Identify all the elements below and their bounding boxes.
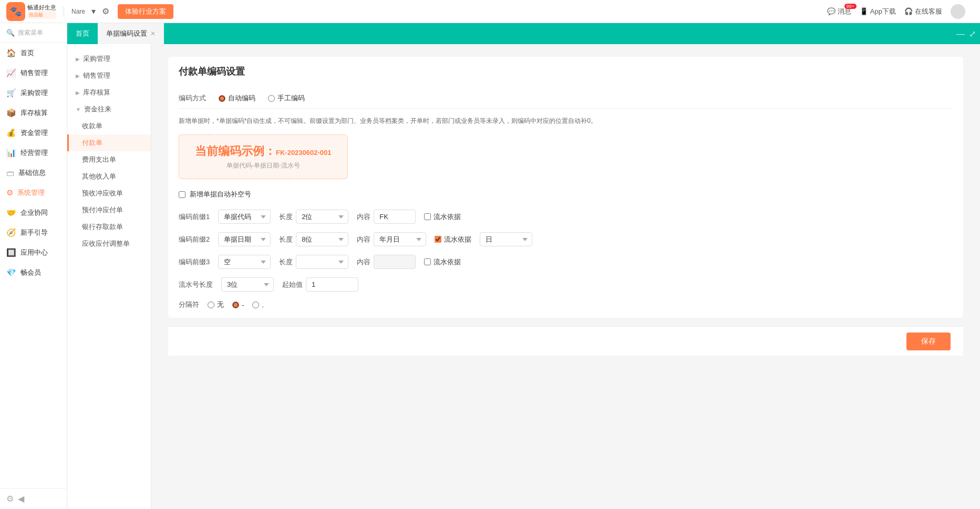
prefix2-serial-checkbox-label[interactable]: 流水依据 — [435, 235, 471, 244]
sub-nav-group-inventory: ▶ 库存核算 — [67, 84, 151, 101]
sub-nav-item-expense[interactable]: 费用支出单 — [67, 151, 151, 168]
prefix1-length-select[interactable]: 2位 — [296, 210, 348, 224]
tab-minimize-btn[interactable]: — — [956, 29, 965, 39]
prefix2-serial-unit-select[interactable]: 日 月 年 — [480, 232, 532, 246]
topbar-settings-btn[interactable]: ⚙ — [102, 6, 109, 16]
tab-home-label: 首页 — [76, 29, 89, 38]
sidebar-settings-btn[interactable]: ⚙ — [6, 494, 14, 504]
prefix2-serial-label: 流水依据 — [444, 235, 471, 244]
separator-dash-option[interactable]: - — [232, 301, 244, 309]
sidebar-item-inventory[interactable]: 📦 库存核算 — [0, 103, 67, 123]
sub-nav-header-purchase[interactable]: ▶ 采购管理 — [67, 50, 151, 67]
prefix1-content-input[interactable] — [374, 210, 416, 224]
separator-none-radio[interactable] — [208, 302, 214, 308]
prefix2-serial-checkbox[interactable] — [435, 236, 441, 243]
topbar-nav-dropdown[interactable]: ▾ — [91, 6, 96, 16]
auto-encode-option[interactable]: 自动编码 — [219, 94, 255, 103]
tab-coding[interactable]: 单据编码设置 ✕ — [98, 23, 164, 44]
sidebar-item-label: 首页 — [20, 48, 34, 58]
sidebar-search[interactable]: 🔍 搜索菜单 — [0, 23, 67, 43]
prefix2-label: 编码前缀2 — [179, 235, 210, 244]
sidebar-item-label: 畅会员 — [20, 268, 41, 277]
prefix3-serial-checkbox[interactable] — [424, 258, 431, 265]
prefix2-length-select[interactable]: 8位 — [296, 232, 348, 246]
sidebar-item-basic[interactable]: 🗃 基础信息 — [0, 163, 67, 183]
basic-icon: 🗃 — [6, 169, 14, 178]
prefix1-content-label: 内容 — [357, 212, 370, 222]
separator-dot-option[interactable]: . — [252, 301, 264, 309]
sidebar-item-finance[interactable]: 💰 资金管理 — [0, 123, 67, 143]
trial-button[interactable]: 体验行业方案 — [118, 4, 173, 19]
sub-nav-item-advance-receipt[interactable]: 预收冲应收单 — [67, 185, 151, 202]
sub-nav-item-advance-payment[interactable]: 预付冲应付单 — [67, 202, 151, 219]
prefix3-serial-checkbox-label[interactable]: 流水依据 — [424, 257, 461, 267]
sub-nav-header-inventory[interactable]: ▶ 库存核算 — [67, 84, 151, 101]
topbar: 🐾 畅通好生意 挂品版 Nare ▾ ⚙ 体验行业方案 💬 消息 99+ 📱 A… — [0, 0, 980, 23]
separator-none-option[interactable]: 无 — [208, 300, 224, 309]
auto-encode-radio[interactable] — [219, 95, 225, 102]
prefix3-content-label: 内容 — [357, 257, 370, 267]
sub-nav-group-purchase: ▶ 采购管理 — [67, 50, 151, 67]
sidebar-item-home[interactable]: 🏠 首页 — [0, 43, 67, 63]
message-btn[interactable]: 💬 消息 99+ — [827, 7, 851, 16]
enterprise-icon: 🤝 — [6, 208, 16, 217]
logo-text: 畅通好生意 挂品版 — [27, 4, 56, 19]
sub-nav-item-payment[interactable]: 付款单 — [67, 134, 151, 151]
sidebar-collapse-btn[interactable]: ◀ — [18, 494, 24, 504]
sub-nav-item-bank-deposit[interactable]: 银行存取款单 — [67, 219, 151, 235]
chevron-down-icon: ▼ — [76, 107, 81, 112]
prefix3-serial-label: 流水依据 — [434, 257, 461, 267]
sales-icon: 📈 — [6, 68, 16, 78]
sub-nav-item-receipt[interactable]: 收款单 — [67, 118, 151, 134]
prefix1-select[interactable]: 单据代码 — [218, 210, 271, 224]
app-download-btn[interactable]: 📱 App下载 — [860, 7, 896, 16]
sidebar-item-sales[interactable]: 📈 销售管理 — [0, 63, 67, 83]
guide-icon: 🧭 — [6, 228, 16, 237]
prefix2-length-group: 长度 8位 — [279, 232, 348, 246]
sidebar-item-member[interactable]: 💎 畅会员 — [0, 263, 67, 283]
sub-nav-item-other-income[interactable]: 其他收入单 — [67, 168, 151, 185]
auto-fill-checkbox[interactable] — [179, 191, 185, 198]
sidebar-item-label: 新手引导 — [20, 228, 48, 237]
chevron-right-icon: ▶ — [76, 73, 80, 79]
separator-dot-radio[interactable] — [252, 302, 259, 308]
auto-fill-label[interactable]: 新增单据自动补空号 — [190, 190, 251, 199]
sub-nav-item-ar-ap-adjust[interactable]: 应收应付调整单 — [67, 235, 151, 252]
start-value-input[interactable] — [306, 277, 358, 292]
content-area: 首页 单据编码设置 ✕ — ⤢ ▶ 采购管理 — [67, 23, 980, 509]
serial-length-select[interactable]: 3位 4位 5位 — [221, 277, 274, 292]
bottom-bar: 保存 — [168, 326, 963, 356]
prefix1-serial-checkbox-label[interactable]: 流水依据 — [424, 212, 461, 222]
prefix3-select[interactable]: 空 — [218, 255, 271, 269]
prefix1-label: 编码前缀1 — [179, 212, 210, 222]
sidebar-item-apps[interactable]: 🔲 应用中心 — [0, 243, 67, 263]
prefix3-length-label: 长度 — [279, 257, 293, 267]
separator-label: 分隔符 — [179, 300, 199, 309]
sidebar-item-purchase[interactable]: 🛒 采购管理 — [0, 83, 67, 103]
tab-bar-actions: — ⤢ — [956, 29, 976, 39]
sidebar-item-guide[interactable]: 🧭 新手引导 — [0, 223, 67, 243]
tab-close-icon[interactable]: ✕ — [150, 30, 156, 37]
sub-nav-purchase-label: 采购管理 — [83, 54, 110, 64]
prefix1-serial-checkbox[interactable] — [424, 213, 431, 220]
sidebar-item-enterprise[interactable]: 🤝 企业协同 — [0, 203, 67, 223]
manual-encode-option[interactable]: 手工编码 — [268, 94, 305, 103]
sub-nav-header-capital[interactable]: ▼ 资金往来 — [67, 101, 151, 118]
tab-maximize-btn[interactable]: ⤢ — [969, 29, 976, 39]
sidebar-item-label: 基础信息 — [18, 168, 46, 178]
prefix2-content-select[interactable]: 年月日 — [374, 232, 426, 246]
sidebar-item-label: 资金管理 — [20, 128, 48, 138]
user-avatar[interactable] — [951, 4, 965, 19]
tab-home[interactable]: 首页 — [67, 23, 98, 44]
separator-dash-radio[interactable] — [232, 302, 239, 308]
auto-encode-label: 自动编码 — [228, 94, 255, 103]
sidebar-item-operation[interactable]: 📊 经营管理 — [0, 143, 67, 163]
sub-nav-header-sales[interactable]: ▶ 销售管理 — [67, 67, 151, 84]
prefix2-select[interactable]: 单据日期 — [218, 232, 271, 246]
save-button[interactable]: 保存 — [906, 333, 951, 350]
manual-encode-radio[interactable] — [268, 95, 275, 102]
online-service-btn[interactable]: 🎧 在线客服 — [904, 7, 942, 16]
prefix3-length-select[interactable] — [296, 255, 348, 269]
sidebar-item-system[interactable]: ⚙ 系统管理 — [0, 183, 67, 203]
separator-none-label: 无 — [217, 300, 224, 309]
